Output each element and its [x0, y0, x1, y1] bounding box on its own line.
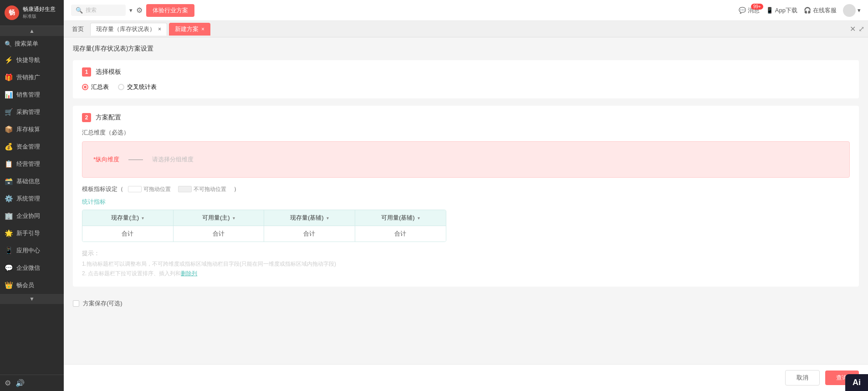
- template-option-cross[interactable]: 交叉统计表: [118, 83, 157, 91]
- tab-close-new-scheme[interactable]: ×: [201, 26, 204, 32]
- legend-fixed: 不可拖动位置: [178, 185, 226, 193]
- radio-cross[interactable]: [118, 84, 124, 90]
- indicator-settings: 模板指标设定（ 可拖动位置 不可拖动位置 ） 统计指标: [82, 185, 850, 242]
- topbar-message-button[interactable]: 💬 消息 99+: [739, 6, 760, 15]
- sidebar-item-member[interactable]: 👑 畅会员: [0, 277, 64, 294]
- fixed-box: [178, 186, 192, 192]
- sidebar-item-search-menu[interactable]: 🔍 搜索菜单: [0, 36, 64, 51]
- tabs-bar: 首页 现存量（库存状况表） × 新建方案 × ✕ ⤢: [64, 21, 868, 37]
- sidebar-item-marketing[interactable]: 🎁 营销推广: [0, 69, 64, 86]
- topbar-user-menu[interactable]: ▾: [843, 4, 861, 17]
- page-footer: 取消 查询: [64, 364, 868, 391]
- topbar-search-box[interactable]: 🔍 搜索: [71, 5, 126, 16]
- topbar-app-download[interactable]: 📱 App下载: [766, 6, 797, 15]
- step2-header: 2 方案配置: [82, 113, 850, 122]
- save-checkbox[interactable]: [73, 300, 79, 307]
- message-icon: 💬: [739, 7, 746, 14]
- tips-title: 提示：: [82, 249, 850, 257]
- inventory-icon: 📦: [5, 125, 13, 134]
- indicator-table: 现存量(主) ▾ 可用量(主) ▾ 现存量(基辅) ▾ 可用量(基辅): [82, 210, 446, 242]
- page-content: 现存量(库存状况表)方案设置 1 选择模板 汇总表 交叉统计表 2: [64, 37, 868, 364]
- sidebar-scroll-down[interactable]: ▼: [0, 294, 64, 304]
- sidebar-item-sales[interactable]: 📊 销售管理: [0, 86, 64, 103]
- topbar: 🔍 搜索 ▾ ⚙ 体验行业方案 💬 消息 99+ 📱 App下载 🎧 在线客服: [64, 0, 868, 21]
- draggable-box: [128, 186, 142, 192]
- stats-title: 统计指标: [82, 198, 850, 206]
- step1-badge: 1: [82, 67, 91, 77]
- system-icon: ⚙️: [5, 195, 13, 203]
- sidebar-bottom: ⚙ 🔊: [0, 375, 64, 391]
- tab-close-window-button[interactable]: ✕: [850, 25, 856, 33]
- sidebar-settings-button[interactable]: ⚙: [5, 379, 11, 387]
- step1-title: 选择模板: [96, 68, 121, 76]
- table-row: 合计 合计 合计 合计: [82, 226, 446, 242]
- tab-home[interactable]: 首页: [67, 23, 88, 35]
- step2-section: 2 方案配置 汇总维度（必选） *纵向维度 —— 请选择分组维度 模板指标设定（…: [73, 106, 859, 287]
- tab-close-inventory[interactable]: ×: [158, 26, 161, 32]
- tab-new-scheme[interactable]: 新建方案 ×: [169, 23, 210, 36]
- sidebar-item-quick-nav[interactable]: ⚡ 快捷导航: [0, 51, 64, 69]
- sidebar-item-system[interactable]: ⚙️ 系统管理: [0, 190, 64, 207]
- sidebar-item-app-center[interactable]: 📱 应用中心: [0, 242, 64, 259]
- step1-header: 1 选择模板: [82, 67, 850, 77]
- template-option-summary[interactable]: 汇总表: [82, 83, 109, 91]
- topbar-right: 💬 消息 99+ 📱 App下载 🎧 在线客服 ▾: [739, 4, 861, 17]
- chevron-down-icon: ▾: [858, 7, 861, 14]
- tab-expand-button[interactable]: ⤢: [858, 25, 864, 33]
- col-header-1[interactable]: 可用量(主) ▾: [174, 210, 265, 226]
- chevron-down-icon: ▾: [129, 7, 133, 14]
- sidebar-item-inventory[interactable]: 📦 库存核算: [0, 121, 64, 138]
- cell-0-3: 合计: [355, 226, 446, 242]
- col-header-0[interactable]: 现存量(主) ▾: [82, 210, 174, 226]
- tip-item-2: 2. 点击标题栏下拉可设置排序、插入列和删除列: [82, 270, 850, 278]
- dimension-arrow: ——: [128, 155, 143, 164]
- topbar-gear-button[interactable]: ⚙: [136, 6, 143, 15]
- step2-badge: 2: [82, 113, 91, 122]
- sidebar-sound-button[interactable]: 🔊: [15, 379, 25, 387]
- topbar-dropdown[interactable]: ▾: [129, 7, 133, 14]
- page-title: 现存量(库存状况表)方案设置: [73, 45, 859, 53]
- finance-icon: 💰: [5, 143, 13, 151]
- wechat-icon: 💬: [5, 264, 13, 272]
- indicator-legend: 可拖动位置 不可拖动位置 ）: [128, 185, 240, 193]
- topbar-search-icon: 🔍: [76, 7, 83, 14]
- cell-0-1: 合计: [174, 226, 265, 242]
- logo-icon: 畅: [5, 5, 19, 20]
- headset-icon: 🎧: [804, 7, 811, 14]
- sidebar-item-enterprise[interactable]: 🏢 企业协同: [0, 207, 64, 225]
- topbar-online-service[interactable]: 🎧 在线客服: [804, 6, 837, 15]
- marketing-icon: 🎁: [5, 73, 13, 82]
- dimension-box[interactable]: *纵向维度 —— 请选择分组维度: [82, 141, 850, 178]
- tips-section: 提示： 1.拖动标题栏可以调整布局，不可跨维度或指标区域拖动栏目字段(只能在同一…: [82, 249, 850, 278]
- operations-icon: 📋: [5, 160, 13, 168]
- trial-industry-button[interactable]: 体验行业方案: [146, 4, 194, 17]
- radio-summary[interactable]: [82, 84, 88, 90]
- step2-title: 方案配置: [96, 113, 121, 122]
- col-header-3[interactable]: 可用量(基辅) ▾: [355, 210, 446, 226]
- chevron-down-icon: ▾: [233, 216, 235, 221]
- table-header: 现存量(主) ▾ 可用量(主) ▾ 现存量(基辅) ▾ 可用量(基辅): [82, 210, 446, 226]
- cell-0-2: 合计: [264, 226, 355, 242]
- dimension-placeholder: 请选择分组维度: [152, 155, 194, 164]
- template-options: 汇总表 交叉统计表: [82, 83, 850, 91]
- enterprise-icon: 🏢: [5, 212, 13, 220]
- sidebar-item-purchase[interactable]: 🛒 采购管理: [0, 103, 64, 121]
- cancel-button[interactable]: 取消: [785, 370, 820, 386]
- sidebar-item-basic-info[interactable]: 🗃️ 基础信息: [0, 173, 64, 190]
- sidebar-item-operations[interactable]: 📋 经营管理: [0, 155, 64, 173]
- message-badge: 99+: [751, 4, 763, 10]
- tip-item-1: 1.拖动标题栏可以调整布局，不可跨维度或指标区域拖动栏目字段(只能在同一维度或指…: [82, 260, 850, 268]
- delete-link[interactable]: 删除列: [181, 270, 197, 277]
- sidebar-item-finance[interactable]: 💰 资金管理: [0, 138, 64, 155]
- sales-icon: 📊: [5, 91, 13, 99]
- col-header-2[interactable]: 现存量(基辅) ▾: [264, 210, 355, 226]
- sidebar-item-wechat[interactable]: 💬 企业微信: [0, 259, 64, 277]
- quick-nav-icon: ⚡: [5, 56, 13, 64]
- tabs-actions: ✕ ⤢: [850, 25, 864, 33]
- sidebar: 畅 畅康通好生意 标准版 ▲ 🔍 搜索菜单 ⚡ 快捷导航 🎁 营销推广 📊 销售…: [0, 0, 64, 391]
- sidebar-item-newbie[interactable]: 🌟 新手引导: [0, 225, 64, 242]
- ai-badge[interactable]: Ai: [845, 374, 868, 391]
- sidebar-scroll-up[interactable]: ▲: [0, 26, 64, 36]
- tab-inventory-status[interactable]: 现存量（库存状况表） ×: [90, 23, 167, 36]
- legend-draggable: 可拖动位置: [128, 185, 171, 193]
